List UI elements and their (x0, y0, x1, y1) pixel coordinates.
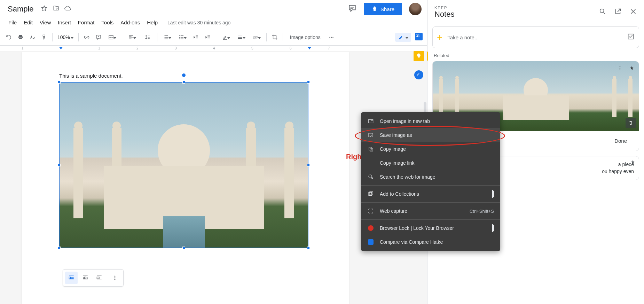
ctx-search-web[interactable]: Search the web for image (361, 170, 500, 184)
ctx-browser-lock[interactable]: Browser Lock | Lock Your Browser (361, 221, 500, 235)
tasks-rail-icon[interactable] (414, 70, 423, 79)
pin-icon[interactable] (630, 159, 636, 167)
selected-image[interactable] (59, 82, 308, 248)
resize-handle-mr[interactable] (307, 164, 310, 166)
calendar-rail-icon[interactable] (414, 31, 424, 42)
open-in-new-icon[interactable] (614, 8, 622, 17)
share-label: Share (380, 6, 394, 12)
ctx-save-image-as[interactable]: Save image as (361, 128, 500, 142)
close-icon[interactable] (629, 8, 637, 17)
undo-button[interactable] (3, 32, 14, 42)
rotate-handle[interactable] (182, 73, 186, 77)
image-options-button[interactable]: Image options (286, 33, 325, 41)
star-icon[interactable] (41, 5, 48, 13)
wrap-text-button[interactable] (79, 272, 92, 284)
ctx-label: Copy image (380, 146, 406, 152)
ctx-compare-hatke[interactable]: Compare via Compare Hatke (361, 235, 500, 249)
chevron-down-icon (406, 34, 408, 40)
comments-icon[interactable] (348, 4, 357, 14)
chevron-down-icon (71, 34, 73, 40)
border-color-button[interactable] (219, 32, 233, 42)
svg-point-1 (179, 35, 180, 36)
done-button[interactable]: Done (607, 135, 635, 147)
resize-handle-bl[interactable] (58, 247, 61, 249)
delete-image-button[interactable] (626, 118, 636, 128)
wrap-break-button[interactable] (93, 272, 105, 284)
chevron-right-icon (492, 191, 494, 197)
svg-point-6 (331, 37, 332, 38)
ctx-open-new-tab[interactable]: Open image in new tab (361, 114, 500, 128)
more-button[interactable] (326, 32, 337, 42)
border-dash-button[interactable] (250, 32, 264, 42)
image-more-button[interactable] (109, 272, 121, 284)
menu-help[interactable]: Help (144, 18, 160, 27)
share-button[interactable]: Share (364, 3, 402, 15)
paint-format-button[interactable] (39, 32, 49, 42)
svg-rect-14 (370, 148, 373, 151)
menu-tools[interactable]: Tools (99, 18, 116, 27)
ctx-add-collections[interactable]: Add to Collections (361, 187, 500, 201)
border-weight-button[interactable] (234, 32, 248, 42)
ruler[interactable]: 1 1 2 3 4 5 6 7 (0, 46, 427, 52)
zoom-select[interactable]: 100% (55, 33, 76, 41)
svg-point-8 (115, 276, 116, 277)
bulleted-list-button[interactable] (175, 32, 189, 42)
menu-insert[interactable]: Insert (55, 18, 74, 27)
align-button[interactable] (125, 32, 139, 42)
menu-format[interactable]: Format (75, 18, 97, 27)
svg-point-9 (115, 278, 116, 279)
decrease-indent-button[interactable] (191, 32, 201, 42)
checkbox-icon[interactable] (627, 33, 635, 42)
more-vert-icon[interactable] (615, 63, 625, 73)
editing-mode-button[interactable] (395, 33, 411, 42)
wrap-inline-button[interactable] (65, 272, 78, 284)
link-button[interactable] (81, 32, 92, 42)
zoom-value: 100% (57, 34, 70, 40)
menu-addons[interactable]: Add-ons (118, 18, 143, 27)
resize-handle-tm[interactable] (182, 81, 185, 84)
document-page[interactable]: This is a sample document. (22, 52, 349, 304)
ctx-shortcut: Ctrl+Shift+S (470, 209, 494, 214)
document-title[interactable]: Sample (6, 4, 36, 14)
ctx-web-capture[interactable]: Web capture Ctrl+Shift+S (361, 204, 500, 218)
chevron-right-icon (492, 225, 494, 231)
spellcheck-button[interactable] (27, 32, 38, 42)
ctx-label: Copy image link (380, 160, 415, 166)
pin-icon[interactable] (627, 63, 637, 73)
ctx-copy-image-link[interactable]: Copy image link (361, 156, 500, 170)
right-indent-marker[interactable] (308, 47, 311, 49)
cloud-status-icon[interactable] (64, 5, 71, 13)
increase-indent-button[interactable] (203, 32, 213, 42)
keep-rail-icon[interactable] (414, 51, 424, 61)
resize-handle-ml[interactable] (58, 164, 61, 166)
crop-button[interactable] (269, 32, 280, 42)
take-note-input[interactable]: + Take a note... (432, 26, 639, 48)
search-icon[interactable] (599, 8, 606, 17)
ctx-copy-image[interactable]: Copy image (361, 142, 500, 156)
blank-icon (367, 159, 374, 166)
resize-handle-br[interactable] (307, 247, 310, 249)
svg-point-23 (620, 69, 620, 70)
numbered-list-button[interactable] (160, 32, 174, 42)
menu-edit[interactable]: Edit (21, 18, 36, 27)
move-icon[interactable] (53, 5, 60, 13)
resize-handle-bm[interactable] (182, 247, 185, 249)
comment-button[interactable] (93, 32, 104, 42)
tab-icon (367, 118, 374, 125)
left-indent-marker[interactable] (59, 47, 63, 49)
account-avatar[interactable] (409, 3, 422, 15)
resize-handle-tl[interactable] (58, 81, 61, 84)
menu-file[interactable]: File (6, 18, 19, 27)
ruler-num: 5 (251, 46, 253, 50)
plus-icon: + (437, 32, 442, 43)
ruler-num: 4 (213, 46, 215, 50)
menu-view[interactable]: View (37, 18, 54, 27)
print-button[interactable] (15, 32, 26, 42)
last-edit-link[interactable]: Last edit was 30 minutes ago (167, 20, 230, 25)
line-spacing-button[interactable] (140, 32, 154, 42)
svg-rect-4 (223, 39, 227, 40)
insert-image-button[interactable] (105, 32, 119, 42)
image-content (60, 83, 308, 248)
ruler-num: 2 (136, 46, 139, 50)
resize-handle-tr[interactable] (307, 81, 310, 84)
